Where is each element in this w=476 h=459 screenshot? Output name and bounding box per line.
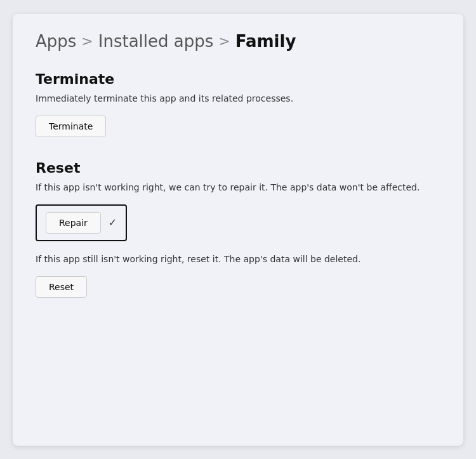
reset-description: If this app still isn't working right, r… (36, 253, 440, 266)
terminate-title: Terminate (36, 71, 440, 87)
breadcrumb-separator-1: > (81, 33, 93, 49)
repair-row: Repair ✓ (36, 204, 127, 241)
reset-section: Reset If this app isn't working right, w… (36, 160, 440, 298)
terminate-description: Immediately terminate this app and its r… (36, 92, 440, 105)
breadcrumb-apps[interactable]: Apps (36, 32, 76, 51)
reset-title: Reset (36, 160, 440, 176)
repair-description: If this app isn't working right, we can … (36, 181, 440, 194)
breadcrumb-current: Family (235, 32, 296, 51)
terminate-button[interactable]: Terminate (36, 116, 106, 137)
repair-button[interactable]: Repair (46, 212, 101, 234)
breadcrumb-installed-apps[interactable]: Installed apps (98, 32, 214, 51)
repair-checkmark: ✓ (109, 216, 117, 229)
breadcrumb: Apps > Installed apps > Family (36, 32, 440, 51)
terminate-section: Terminate Immediately terminate this app… (36, 71, 440, 137)
main-window: Apps > Installed apps > Family Terminate… (13, 14, 463, 446)
breadcrumb-separator-2: > (218, 33, 230, 49)
reset-button[interactable]: Reset (36, 276, 87, 298)
